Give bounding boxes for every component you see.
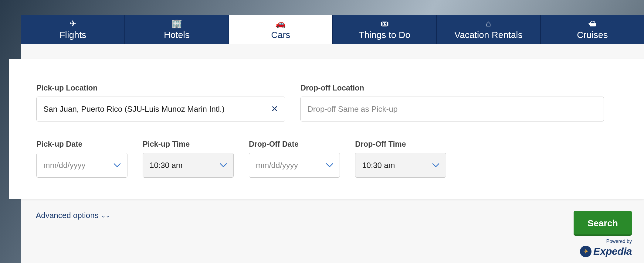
tab-cruises[interactable]: 🛳 Cruises: [541, 15, 644, 44]
expedia-logo-icon: ✈: [580, 246, 591, 257]
plane-icon: ✈: [69, 19, 76, 28]
dropoff-location-label: Drop-off Location: [300, 84, 604, 92]
ship-icon: 🛳: [588, 19, 597, 28]
tab-vacation-rentals[interactable]: ⌂ Vacation Rentals: [437, 15, 541, 44]
pickup-date-label: Pick-up Date: [36, 140, 127, 149]
dropoff-time-label: Drop-Off Time: [355, 140, 446, 149]
ticket-icon: 🎟: [380, 19, 389, 28]
pickup-location-field: Pick-up Location ✕: [36, 84, 285, 121]
search-area: Search Powered by ✈ Expedia: [574, 211, 632, 257]
tab-label: Cruises: [577, 30, 608, 40]
tab-label: Hotels: [164, 30, 190, 40]
search-button[interactable]: Search: [574, 211, 632, 236]
advanced-options-label: Advanced options: [36, 211, 99, 220]
pickup-date-value: mm/dd/yyyy: [43, 161, 86, 170]
pickup-date-field: Pick-up Date mm/dd/yyyy: [36, 140, 127, 178]
tab-cars[interactable]: 🚗 Cars: [229, 15, 333, 44]
tab-label: Cars: [271, 30, 290, 40]
house-icon: ⌂: [486, 19, 491, 28]
dropoff-time-select[interactable]: 10:30 am: [355, 153, 446, 178]
dropoff-date-field: Drop-Off Date mm/dd/yyyy: [249, 140, 340, 178]
tab-hotels[interactable]: 🏢 Hotels: [125, 15, 229, 44]
category-tabs: ✈ Flights 🏢 Hotels 🚗 Cars 🎟 Things to Do…: [21, 15, 644, 44]
advanced-options-link[interactable]: Advanced options ⌄⌄: [36, 211, 110, 220]
pickup-time-select[interactable]: 10:30 am: [143, 153, 234, 178]
car-search-form: Pick-up Location ✕ Drop-off Location Pic…: [9, 59, 644, 199]
tab-flights[interactable]: ✈ Flights: [21, 15, 125, 44]
pickup-time-field: Pick-up Time 10:30 am: [143, 140, 234, 178]
expedia-brand: ✈ Expedia: [580, 245, 632, 257]
car-icon: 🚗: [275, 19, 286, 28]
double-chevron-down-icon: ⌄⌄: [101, 213, 110, 218]
dropoff-time-field: Drop-Off Time 10:30 am: [355, 140, 446, 178]
clear-icon[interactable]: ✕: [269, 103, 280, 115]
building-icon: 🏢: [171, 19, 182, 28]
dropoff-date-label: Drop-Off Date: [249, 140, 340, 149]
search-button-label: Search: [588, 218, 618, 228]
tab-things-to-do[interactable]: 🎟 Things to Do: [333, 15, 437, 44]
tab-label: Flights: [59, 30, 86, 40]
expedia-brand-name: Expedia: [593, 245, 632, 257]
pickup-location-input[interactable]: [36, 97, 285, 121]
dropoff-date-input[interactable]: mm/dd/yyyy: [249, 153, 340, 178]
dropoff-location-input[interactable]: [300, 97, 604, 121]
dropoff-date-value: mm/dd/yyyy: [256, 161, 298, 170]
pickup-date-input[interactable]: mm/dd/yyyy: [36, 153, 127, 178]
tab-label: Things to Do: [359, 30, 410, 40]
powered-by-label: Powered by: [606, 239, 632, 244]
pickup-time-value: 10:30 am: [150, 161, 182, 170]
dropoff-location-field: Drop-off Location: [300, 84, 604, 121]
pickup-location-label: Pick-up Location: [36, 84, 285, 92]
dropoff-time-value: 10:30 am: [362, 161, 395, 170]
pickup-time-label: Pick-up Time: [143, 140, 234, 149]
tab-label: Vacation Rentals: [454, 30, 523, 40]
